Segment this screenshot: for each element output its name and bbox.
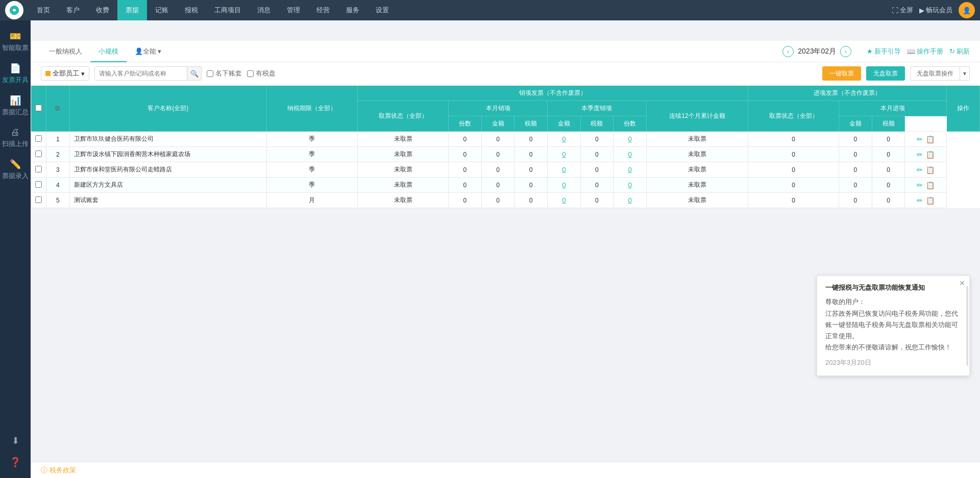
sidebar-item-invoice-entry[interactable]: ✏️ 票据录入 — [0, 154, 31, 186]
policy-link[interactable]: ⓘ 税务政策 — [41, 466, 76, 475]
member-button[interactable]: ▶ 畅玩会员 — [919, 6, 952, 15]
detail-icon[interactable]: 📋 — [926, 196, 935, 205]
th-sale-group: 销项发票（不含作废票） — [357, 86, 748, 101]
cell-sale-month-copies: 0 — [449, 162, 482, 178]
th-sale-quarter: 本季度销项 — [547, 101, 646, 116]
cell-purchase-status: 未取票 — [646, 193, 748, 208]
nav-operation[interactable]: 经营 — [308, 0, 338, 20]
notification-date: 2023年3月20日 — [825, 357, 961, 368]
nav-accounting[interactable]: 记账 — [147, 0, 177, 20]
settings-icon[interactable]: ⚙ — [55, 105, 61, 112]
nav-fee[interactable]: 收费 — [88, 0, 117, 20]
cell-purchase-tax: 0 — [872, 132, 905, 147]
invoice-entry-icon: ✏️ — [10, 159, 21, 170]
row-checkbox[interactable] — [35, 135, 42, 142]
no-disk-ticket-button[interactable]: 无盘取票 — [866, 66, 905, 81]
row-checkbox[interactable] — [35, 166, 42, 172]
employee-select[interactable]: 全部员工 ▾ — [41, 66, 89, 81]
nav-manage[interactable]: 管理 — [279, 0, 308, 20]
sidebar-item-smart-ticket[interactable]: 🎫 智能取票 — [0, 26, 31, 58]
detail-icon[interactable]: 📋 — [926, 150, 935, 159]
user-avatar[interactable]: 👤 — [959, 2, 975, 18]
sidebar-item-invoice-summary[interactable]: 📊 票据汇总 — [0, 90, 31, 122]
detail-icon[interactable]: 📋 — [926, 135, 935, 143]
nav-tax[interactable]: 报税 — [177, 0, 206, 20]
th-sale-quarter-tax: 税额 — [580, 116, 614, 132]
notification-close-button[interactable]: ✕ — [959, 279, 965, 287]
sidebar-item-download[interactable]: ⬇ — [0, 430, 31, 451]
app-logo — [5, 1, 23, 19]
dropdown-icon: ▾ — [158, 47, 161, 55]
nav-home[interactable]: 首页 — [29, 0, 58, 20]
prev-month-button[interactable]: ‹ — [782, 46, 794, 57]
select-all-checkbox[interactable] — [35, 105, 42, 111]
tab-all-around[interactable]: 👤 全能 ▾ — [127, 41, 169, 62]
cell-checkbox — [31, 178, 46, 193]
cell-sale-month-amount: 0 — [481, 147, 514, 162]
edit-icon[interactable]: ✏ — [917, 196, 923, 205]
refresh-button[interactable]: ↻ 刷新 — [949, 47, 970, 56]
edit-icon[interactable]: ✏ — [917, 135, 923, 143]
nav-invoice[interactable]: 票据 — [117, 0, 147, 20]
sidebar-item-help[interactable]: ❓ — [0, 451, 31, 473]
cell-sale-month-copies: 0 — [449, 193, 482, 208]
th-purchase-group: 进项发票（不含作废票） — [748, 86, 947, 101]
has-disk-checkbox[interactable]: 有税盘 — [247, 69, 276, 78]
has-disk-checkbox-input[interactable] — [247, 70, 254, 77]
search-button[interactable]: 🔍 — [187, 66, 201, 81]
cell-sale-status: 未取票 — [357, 132, 448, 147]
cell-checkbox — [31, 162, 46, 178]
under-account-checkbox[interactable]: 名下账套 — [207, 69, 242, 78]
data-table: ⚙ 客户名称(全部) 纳税期限（全部） 销项发票（不含作废票） 进项发票（不含作… — [31, 85, 980, 208]
nav-message[interactable]: 消息 — [249, 0, 279, 20]
row-checkbox[interactable] — [35, 196, 42, 203]
edit-icon[interactable]: ✏ — [917, 150, 923, 159]
cell-sale-12month: 0 — [614, 147, 647, 162]
tab-general-taxpayer[interactable]: 一般纳税人 — [41, 41, 90, 62]
cell-customer: 新建区方方文具店 — [69, 178, 266, 193]
header-actions: ★ 新手引导 📖 操作手册 ↻ 刷新 — [867, 47, 970, 56]
edit-icon[interactable]: ✏ — [917, 166, 923, 174]
no-disk-ops-button[interactable]: 无盘取票操作 — [910, 66, 960, 81]
guide-button[interactable]: ★ 新手引导 — [867, 47, 901, 56]
th-checkbox — [31, 86, 46, 132]
sidebar-bottom: ⬇ ❓ — [0, 430, 31, 478]
cell-purchase-copies: 0 — [748, 147, 839, 162]
th-sale-quarter-amount: 金额 — [547, 116, 580, 132]
no-disk-ops-dropdown[interactable]: ▾ — [960, 66, 970, 81]
nav-commerce[interactable]: 工商项目 — [206, 0, 249, 20]
employee-dot — [45, 71, 51, 76]
th-purchase-amount: 金额 — [839, 116, 872, 132]
sidebar-item-scan-upload[interactable]: 🖨 扫描上传 — [0, 122, 31, 154]
cell-purchase-amount: 0 — [839, 162, 872, 178]
edit-icon[interactable]: ✏ — [917, 181, 923, 189]
next-month-button[interactable]: › — [840, 46, 851, 57]
smart-ticket-icon: 🎫 — [10, 31, 21, 42]
sidebar-item-invoice-issue[interactable]: 📄 发票开具 — [0, 58, 31, 90]
table-row: 3 卫辉市保和堂医药有限公司走蜡路店 季 未取票 0 0 0 0 0 0 未取票… — [31, 162, 980, 178]
notification-scrollbar[interactable] — [966, 286, 968, 366]
search-input[interactable] — [95, 66, 187, 81]
one-click-ticket-button[interactable]: 一键取票 — [822, 66, 861, 81]
cell-index: 2 — [46, 147, 70, 162]
download-icon: ⬇ — [12, 435, 19, 446]
manual-icon: 📖 — [907, 47, 915, 55]
nav-customer[interactable]: 客户 — [58, 0, 88, 20]
cell-tax-period: 季 — [266, 178, 357, 193]
nav-service[interactable]: 服务 — [338, 0, 368, 20]
detail-icon[interactable]: 📋 — [926, 166, 935, 174]
row-checkbox[interactable] — [35, 150, 42, 157]
under-account-checkbox-input[interactable] — [207, 70, 213, 77]
fullscreen-button[interactable]: ⛶ 全屏 — [892, 6, 913, 15]
nav-settings[interactable]: 设置 — [368, 0, 397, 20]
detail-icon[interactable]: 📋 — [926, 181, 935, 189]
cell-checkbox — [31, 193, 46, 208]
cell-sale-month-amount: 0 — [481, 132, 514, 147]
invoice-issue-icon: 📄 — [10, 63, 21, 74]
tab-small-scale[interactable]: 小规模 — [90, 41, 127, 62]
play-icon: ▶ — [919, 7, 924, 14]
manual-button[interactable]: 📖 操作手册 — [907, 47, 943, 56]
row-checkbox[interactable] — [35, 181, 42, 188]
cell-purchase-status: 未取票 — [646, 162, 748, 178]
cell-customer: 卫辉市汲水镇下园润香阁营木种植家庭农场 — [69, 147, 266, 162]
